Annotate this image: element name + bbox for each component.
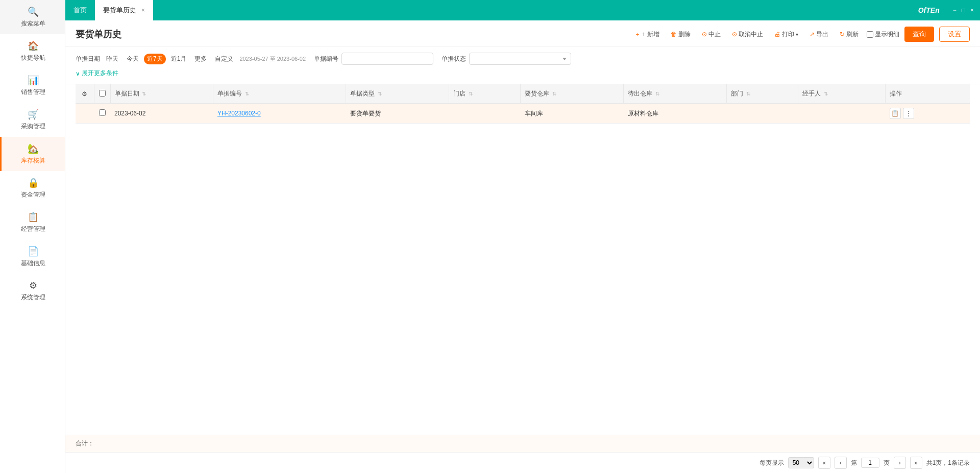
row-wait-warehouse-0: 原材料仓库 [624, 104, 727, 124]
tab-active[interactable]: 要货单历史 × [95, 0, 153, 20]
table-header-row: ⚙ 单据日期 ⇅ 单据编号 ⇅ 单据类型 [76, 84, 970, 104]
settings-button[interactable]: 设置 [939, 27, 970, 42]
next-page-button[interactable]: › [894, 457, 906, 469]
row-more-btn-0[interactable]: ⋮ [903, 108, 914, 119]
th-wait-warehouse[interactable]: 待出仓库 ⇅ [624, 84, 727, 104]
page-number-input[interactable] [861, 458, 879, 468]
export-button[interactable]: ↗ 导出 [806, 28, 831, 41]
select-all-checkbox[interactable] [99, 90, 106, 97]
table-row[interactable]: 2023-06-02 YH-20230602-0 要货单要货 车间库 原材料仓库… [76, 104, 970, 124]
tab-home-label: 首页 [74, 6, 87, 15]
shortcut-1month[interactable]: 近1月 [168, 54, 190, 64]
close-tab-icon[interactable]: × [141, 7, 145, 14]
display-detail-toggle[interactable]: 显示明细 [867, 30, 899, 39]
sidebar: 🔍搜索菜单🏠快捷导航📊销售管理🛒采购管理🏡库存核算🔒资金管理📋经营管理📄基础信息… [0, 0, 65, 473]
sidebar-label-system: 系统管理 [21, 293, 45, 302]
th-req-warehouse-label: 要货仓库 [525, 90, 549, 97]
row-checkbox-0[interactable] [94, 104, 110, 124]
tab-home[interactable]: 首页 [65, 0, 95, 20]
sidebar-item-purchase[interactable]: 🛒采购管理 [0, 103, 65, 137]
date-range-text: 2023-05-27 至 2023-06-02 [239, 56, 306, 62]
sidebar-label-sales: 销售管理 [21, 88, 45, 97]
delete-button[interactable]: 🗑 删除 [668, 28, 694, 41]
th-req-warehouse[interactable]: 要货仓库 ⇅ [521, 84, 624, 104]
th-no[interactable]: 单据编号 ⇅ [213, 84, 346, 104]
sidebar-item-search[interactable]: 🔍搜索菜单 [0, 0, 65, 34]
th-settings[interactable]: ⚙ [76, 84, 94, 104]
th-dept-label: 部门 [731, 90, 743, 97]
sidebar-icon-operations: 📋 [28, 211, 39, 223]
shortcut-7days[interactable]: 近7天 [144, 54, 166, 64]
expand-more-button[interactable]: ∨ 展开更多条件 [76, 69, 970, 78]
table-container: ⚙ 单据日期 ⇅ 单据编号 ⇅ 单据类型 [65, 84, 980, 435]
new-button[interactable]: ＋ + 新增 [631, 28, 663, 41]
per-page-label: 每页显示 [760, 459, 784, 467]
sort-req-warehouse-icon: ⇅ [552, 91, 556, 97]
minimize-icon[interactable]: − [953, 7, 957, 14]
sidebar-icon-inventory: 🏡 [28, 143, 39, 154]
print-button[interactable]: 🖨 打印 ▾ [771, 28, 801, 41]
shortcut-more[interactable]: 更多 [191, 54, 210, 64]
delete-label: 删除 [678, 30, 691, 39]
row-dept-0 [727, 104, 798, 124]
cancel-suspend-button[interactable]: ⊙ 取消中止 [729, 28, 766, 41]
prev-page-button[interactable]: ‹ [835, 457, 847, 469]
sidebar-item-basic[interactable]: 📄基础信息 [0, 240, 65, 274]
sidebar-icon-nav: 🏠 [28, 40, 39, 52]
last-page-button[interactable]: » [910, 457, 922, 469]
th-wait-warehouse-label: 待出仓库 [628, 90, 652, 97]
per-page-select[interactable]: 50 10 20 100 [788, 457, 814, 468]
status-select[interactable] [469, 53, 571, 65]
sidebar-label-nav: 快捷导航 [21, 54, 45, 62]
toolbar: ＋ + 新增 🗑 删除 ⊙ 中止 ⊙ 取消中止 🖨 打印 [631, 27, 970, 42]
refresh-button[interactable]: ↻ 刷新 [837, 28, 862, 41]
status-filter-group: 单据状态 [442, 53, 571, 65]
sidebar-item-operations[interactable]: 📋经营管理 [0, 205, 65, 240]
sidebar-item-system[interactable]: ⚙系统管理 [0, 274, 65, 308]
sort-no-icon: ⇅ [245, 91, 249, 97]
row-edit-btn-0[interactable]: 📋 [890, 108, 901, 119]
th-handler[interactable]: 经手人 ⇅ [798, 84, 886, 104]
print-dropdown-icon[interactable]: ▾ [796, 32, 798, 37]
sidebar-item-nav[interactable]: 🏠快捷导航 [0, 34, 65, 68]
sort-store-icon: ⇅ [469, 91, 473, 97]
cancel-suspend-icon: ⊙ [732, 31, 737, 38]
th-type[interactable]: 单据类型 ⇅ [346, 84, 449, 104]
row-handler-0 [798, 104, 886, 124]
total-info: 共1页，1条记录 [926, 459, 970, 467]
shortcut-custom[interactable]: 自定义 [212, 54, 236, 64]
data-table: ⚙ 单据日期 ⇅ 单据编号 ⇅ 单据类型 [76, 84, 970, 124]
maximize-icon[interactable]: □ [962, 7, 965, 14]
bill-no-input[interactable] [341, 53, 433, 65]
shortcut-yesterday[interactable]: 昨天 [103, 54, 121, 64]
print-label: 打印 [782, 30, 794, 39]
th-dept[interactable]: 部门 ⇅ [727, 84, 798, 104]
date-shortcuts: 昨天 今天 近7天 近1月 更多 自定义 [103, 54, 236, 64]
sidebar-item-finance[interactable]: 🔒资金管理 [0, 171, 65, 205]
sidebar-item-inventory[interactable]: 🏡库存核算 [0, 137, 65, 171]
th-store[interactable]: 门店 ⇅ [449, 84, 521, 104]
export-label: 导出 [816, 30, 828, 39]
row-req-warehouse-0: 车间库 [521, 104, 624, 124]
page-label: 第 [851, 459, 857, 467]
sort-wait-warehouse-icon: ⇅ [655, 91, 659, 97]
first-page-button[interactable]: « [818, 457, 830, 469]
sidebar-label-operations: 经营管理 [21, 225, 45, 233]
sidebar-icon-purchase: 🛒 [28, 109, 39, 120]
th-checkbox [94, 84, 110, 104]
date-filter-label: 单据日期 [76, 55, 100, 63]
sort-date-icon: ⇅ [142, 91, 146, 97]
row-no-0[interactable]: YH-20230602-0 [213, 104, 346, 124]
th-type-label: 单据类型 [350, 90, 375, 97]
close-window-icon[interactable]: × [970, 7, 974, 14]
shortcut-today[interactable]: 今天 [124, 54, 142, 64]
page-header: 要货单历史 ＋ + 新增 🗑 删除 ⊙ 中止 ⊙ 取消中止 [65, 20, 980, 46]
display-detail-checkbox[interactable] [867, 31, 873, 38]
page-suffix: 页 [884, 459, 890, 467]
th-date[interactable]: 单据日期 ⇅ [110, 84, 213, 104]
suspend-button[interactable]: ⊙ 中止 [699, 28, 724, 41]
footer: 合计： 每页显示 50 10 20 100 « ‹ 第 页 › » 共1页，1条… [65, 435, 980, 473]
expand-icon: ∨ [76, 70, 80, 77]
query-button[interactable]: 查询 [904, 27, 934, 42]
sidebar-item-sales[interactable]: 📊销售管理 [0, 68, 65, 103]
